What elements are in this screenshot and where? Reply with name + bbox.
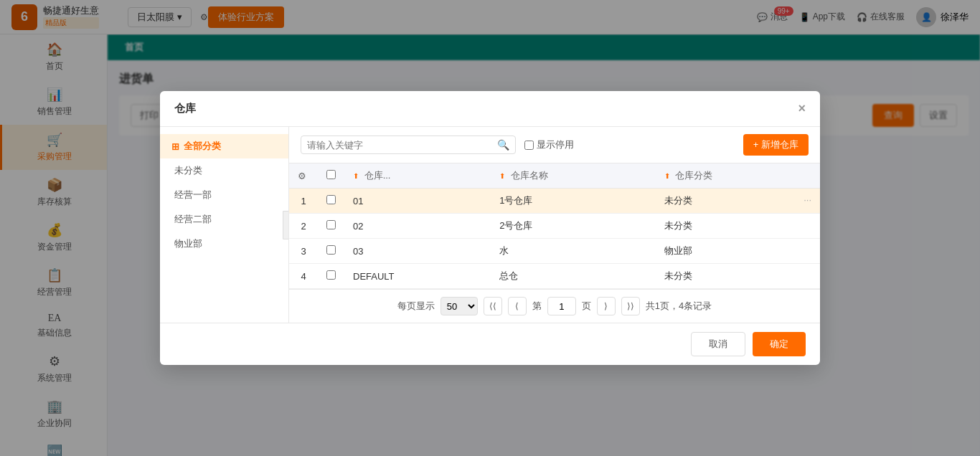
table-row[interactable]: 4 DEFAULT 总仓 未分类 [289, 264, 820, 289]
row-checkbox[interactable] [318, 264, 344, 289]
add-warehouse-button[interactable]: + 新增仓库 [743, 134, 809, 156]
first-page-button[interactable]: ⟨⟨ [484, 297, 502, 315]
modal-close-button[interactable]: × [798, 101, 806, 116]
row-code: 01 [344, 189, 491, 214]
row-code: 02 [344, 214, 491, 239]
cancel-button[interactable]: 取消 [691, 332, 745, 356]
row-checkbox[interactable] [318, 239, 344, 264]
name-column-label: 仓库名称 [511, 170, 548, 181]
row-category: 未分类 ··· [656, 189, 820, 214]
search-input[interactable] [307, 140, 493, 151]
modal-header: 仓库 × [160, 91, 820, 127]
gear-column-header[interactable]: ⚙ [289, 163, 318, 189]
code-column-label: 仓库... [364, 170, 391, 181]
table-toolbar: 🔍 显示停用 + 新增仓库 [289, 127, 820, 163]
sort-icon: ⬆ [664, 172, 670, 180]
page-label: 第 [532, 300, 542, 313]
pagination: 每页显示 50 10 20 100 ⟨⟨ ⟨ 第 页 ⟩ ⟩⟩ 共1页，4条记录 [289, 289, 820, 323]
confirm-button[interactable]: 确定 [753, 332, 806, 356]
table-container: ⚙ ⬆ 仓库... ⬆ [289, 163, 820, 289]
select-all-checkbox[interactable] [326, 170, 336, 179]
table-row[interactable]: 3 03 水 物业部 [289, 239, 820, 264]
per-page-label: 每页显示 [397, 300, 435, 313]
table-panel: 🔍 显示停用 + 新增仓库 ⚙ [289, 127, 820, 323]
gear-header-icon: ⚙ [298, 171, 306, 181]
search-icon: 🔍 [497, 139, 509, 151]
row-name: 2号仓库 [491, 214, 655, 239]
table-header-row: ⚙ ⬆ 仓库... ⬆ [289, 163, 820, 189]
row-category: 未分类 [656, 214, 820, 239]
last-page-button[interactable]: ⟩⟩ [621, 297, 640, 315]
row-category: 未分类 [656, 264, 820, 289]
modal-body: ⊞ 全部分类 未分类 经营一部 经营二部 物业部 《 🔍 [160, 127, 820, 323]
checkbox-column-header[interactable] [318, 163, 344, 189]
row-category: 物业部 [656, 239, 820, 264]
modal-overlay: 仓库 × ⊞ 全部分类 未分类 经营一部 经营二部 物业部 《 [0, 0, 980, 456]
modal-title: 仓库 [174, 102, 196, 115]
warehouse-table: ⚙ ⬆ 仓库... ⬆ [289, 163, 820, 289]
search-box: 🔍 [301, 136, 516, 154]
modal-footer: 取消 确定 [160, 323, 820, 365]
category-item-op1[interactable]: 经营一部 [160, 183, 288, 207]
category-column-header[interactable]: ⬆ 仓库分类 [656, 163, 820, 189]
row-code: 03 [344, 239, 491, 264]
row-checkbox[interactable] [318, 214, 344, 239]
row-no: 3 [289, 239, 318, 264]
row-no: 1 [289, 189, 318, 214]
code-column-header[interactable]: ⬆ 仓库... [344, 163, 491, 189]
table-row[interactable]: 1 01 1号仓库 未分类 ··· [289, 189, 820, 214]
row-no: 4 [289, 264, 318, 289]
category-item-unclassified[interactable]: 未分类 [160, 158, 288, 183]
row-name: 水 [491, 239, 655, 264]
name-column-header[interactable]: ⬆ 仓库名称 [491, 163, 655, 189]
prev-page-button[interactable]: ⟨ [508, 297, 527, 315]
row-name: 1号仓库 [491, 189, 655, 214]
table-head: ⚙ ⬆ 仓库... ⬆ [289, 163, 820, 189]
per-page-select[interactable]: 50 10 20 100 [440, 297, 478, 315]
table-body: 1 01 1号仓库 未分类 ··· 2 0 [289, 189, 820, 289]
sort-icon: ⬆ [499, 172, 505, 180]
table-row[interactable]: 2 02 2号仓库 未分类 [289, 214, 820, 239]
show-disabled-checkbox[interactable] [524, 141, 534, 150]
collapse-panel-button[interactable]: 《 [283, 211, 289, 239]
page-number-input[interactable] [547, 297, 576, 315]
row-code: DEFAULT [344, 264, 491, 289]
sort-icon: ⬆ [353, 172, 359, 180]
next-page-button[interactable]: ⟩ [597, 297, 616, 315]
grid-icon: ⊞ [171, 141, 179, 152]
total-label: 共1页，4条记录 [646, 300, 712, 313]
category-item-op2[interactable]: 经营二部 [160, 207, 288, 232]
page-suffix: 页 [582, 300, 591, 313]
warehouse-modal: 仓库 × ⊞ 全部分类 未分类 经营一部 经营二部 物业部 《 [160, 91, 820, 365]
row-name: 总仓 [491, 264, 655, 289]
row-action-icon[interactable]: ··· [804, 194, 811, 205]
show-disabled-checkbox-label[interactable]: 显示停用 [524, 138, 574, 151]
category-column-label: 仓库分类 [675, 170, 712, 181]
category-all-label: 全部分类 [184, 140, 221, 153]
category-panel: ⊞ 全部分类 未分类 经营一部 经营二部 物业部 《 [160, 127, 289, 323]
category-all-item[interactable]: ⊞ 全部分类 [160, 134, 288, 158]
show-disabled-label: 显示停用 [537, 138, 574, 151]
category-item-property[interactable]: 物业部 [160, 232, 288, 256]
row-checkbox[interactable] [318, 189, 344, 214]
row-no: 2 [289, 214, 318, 239]
